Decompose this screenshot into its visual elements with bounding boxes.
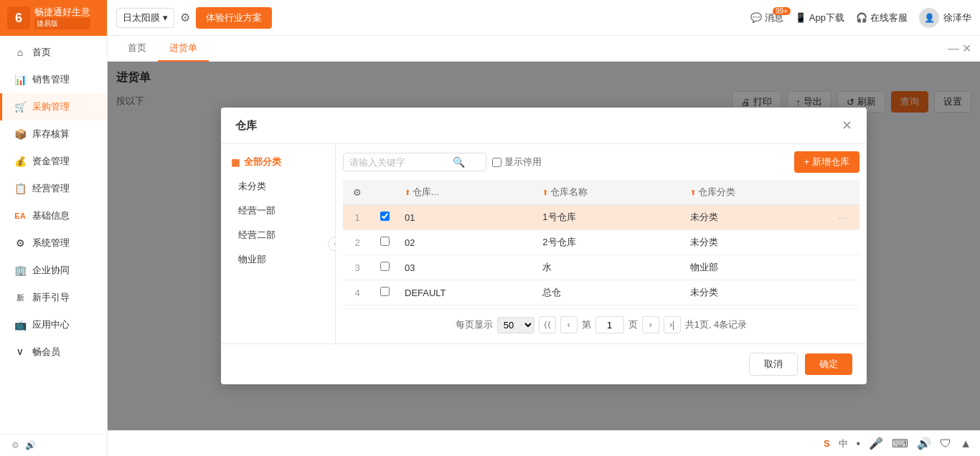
sidebar-label-system: 系统管理 [32,237,70,250]
purchase-icon: 🛒 [14,101,27,113]
minimize-btn[interactable]: — [948,42,959,55]
sidebar-footer: ⚙ 🔊 [0,434,107,456]
category-item-ops1[interactable]: 经营一部 [221,199,335,223]
shield-icon[interactable]: 🛡 [940,437,951,450]
modal-overlay: 仓库 ✕ ▦ 全部分类 未分类 经营一 [108,62,980,430]
sidebar-label-sales: 销售管理 [32,73,70,86]
modal-footer: 取消 确定 [221,343,867,384]
app-label: App下载 [809,11,844,24]
row-dots[interactable] [831,255,859,280]
sidebar-item-appcenter[interactable]: 📺 应用中心 [0,311,107,338]
row-check[interactable] [372,280,397,305]
try-btn[interactable]: 体验行业方案 [196,7,272,29]
table-row[interactable]: 2 02 2号仓库 未分类 [343,230,859,255]
speaker-icon[interactable]: 🔊 [917,437,931,450]
category-item-property[interactable]: 物业部 [221,247,335,272]
sidebar-item-sales[interactable]: 📊 销售管理 [0,66,107,93]
main-content: 日太阳膜 ▾ ⚙ 体验行业方案 💬 消息 99+ 📱 App下载 🎧 在线客服 … [108,0,980,456]
total-records: 共1页, 4条记录 [685,318,748,331]
next-page-btn[interactable]: › [642,316,659,333]
user-menu[interactable]: 👤 徐泽华 [919,8,971,28]
page-content: 进货单 按以下 🖨 打印 ↑ 导出 ↺ 刷新 查询 设置 仓库 ✕ [108,62,980,430]
notice-btn[interactable]: 💬 消息 99+ [750,11,783,24]
first-page-btn[interactable]: ⟨⟨ [539,316,556,333]
close-tab-btn[interactable]: ✕ [962,42,971,55]
topbar: 日太阳膜 ▾ ⚙ 体验行业方案 💬 消息 99+ 📱 App下载 🎧 在线客服 … [108,0,980,36]
row-dots[interactable] [831,280,859,305]
show-disabled-checkbox[interactable] [492,158,501,167]
col-category: ⬆仓库分类 [683,180,831,205]
row-dots[interactable] [831,230,859,255]
bottom-bar: S 中 • 🎤 ⌨ 🔊 🛡 ▲ [108,430,980,456]
keyboard-icon[interactable]: ⌨ [892,437,908,450]
tab-home-label: 首页 [128,42,146,54]
row-check[interactable] [372,255,397,280]
sidebar-nav: ⌂ 首页 📊 销售管理 🛒 采购管理 📦 库存核算 💰 资金管理 📋 经营管理 … [0,36,107,434]
modal-close-btn[interactable]: ✕ [842,118,852,133]
confirm-btn[interactable]: 确定 [805,353,852,375]
row-dots[interactable]: ··· [831,205,859,230]
up-arrow-icon[interactable]: ▲ [960,437,971,450]
sidebar-item-operation[interactable]: 📋 经营管理 [0,175,107,202]
search-icon[interactable]: 🔍 [453,156,465,168]
table-container: ⚙ ⬆仓库... ⬆仓库名称 [343,180,859,305]
tab-purchase[interactable]: 进货单 [158,36,209,62]
last-page-btn[interactable]: ›| [664,316,681,333]
mic-icon[interactable]: 🎤 [869,437,883,450]
row-code: 03 [397,255,535,280]
row-name: 1号仓库 [535,205,683,230]
store-selector[interactable]: 日太阳膜 ▾ [116,8,174,28]
prev-page-btn[interactable]: ‹ [560,316,578,333]
sidebar-item-guide[interactable]: 新 新手引导 [0,284,107,311]
category-all[interactable]: ▦ 全部分类 [221,150,335,174]
per-page-select[interactable]: 50 20 100 [497,317,534,333]
sidebar-item-enterprise[interactable]: 🏢 企业协同 [0,257,107,284]
sidebar-label-guide: 新手引导 [32,291,70,304]
settings-icon[interactable]: ⚙ [11,440,19,450]
table-row[interactable]: 4 DEFAULT 总仓 未分类 [343,280,859,305]
guide-icon: 新 [14,293,27,303]
table-row[interactable]: 3 03 水 物业部 [343,255,859,280]
sales-icon: 📊 [14,74,27,85]
sidebar-item-system[interactable]: ⚙ 系统管理 [0,229,107,257]
sidebar-label-purchase: 采购管理 [32,100,70,113]
sidebar-item-basic[interactable]: EA 基础信息 [0,202,107,229]
row-num: 3 [343,255,372,280]
service-btn[interactable]: 🎧 在线客服 [856,11,908,24]
add-warehouse-btn[interactable]: + 新增仓库 [794,151,859,173]
cancel-btn[interactable]: 取消 [749,353,798,376]
search-input[interactable] [349,157,450,168]
sidebar-item-inventory[interactable]: 📦 库存核算 [0,120,107,148]
sound-icon[interactable]: 🔊 [25,440,36,450]
gear-icon[interactable]: ⚙ [180,11,190,24]
dropdown-icon: ▾ [163,12,168,23]
sidebar-item-member[interactable]: V 畅会员 [0,338,107,366]
sidebar-label-finance: 资金管理 [32,155,70,168]
table-toolbar: 🔍 显示停用 + 新增仓库 [343,151,859,173]
sidebar-item-finance[interactable]: 💰 资金管理 [0,148,107,175]
ime-icon[interactable]: S [824,438,830,449]
chinese-icon[interactable]: 中 [839,437,848,450]
user-name: 徐泽华 [943,11,971,24]
page-input[interactable] [595,316,624,333]
sidebar-item-home[interactable]: ⌂ 首页 [0,39,107,66]
row-check[interactable] [372,205,397,230]
table-panel: 🔍 显示停用 + 新增仓库 [336,144,867,343]
table-row[interactable]: 1 01 1号仓库 未分类 ··· [343,205,859,230]
store-name: 日太阳膜 [123,11,160,24]
app-download-btn[interactable]: 📱 App下载 [795,11,844,24]
row-check[interactable] [372,230,397,255]
sidebar-item-purchase[interactable]: 🛒 采购管理 [0,93,107,120]
category-item-unclassified[interactable]: 未分类 [221,174,335,199]
sidebar-label-inventory: 库存核算 [32,128,70,141]
category-item-ops2[interactable]: 经营二部 [221,223,335,247]
col-checkbox [372,180,397,205]
modal-header: 仓库 ✕ [221,108,867,144]
app-icon: 📱 [795,12,806,23]
inventory-icon: 📦 [14,128,27,140]
dot-icon: • [857,437,861,450]
logo-badge: 捷易版 [34,18,90,29]
tab-home[interactable]: 首页 [116,36,158,62]
notice-icon: 💬 [750,12,762,23]
col-actions [831,180,859,205]
